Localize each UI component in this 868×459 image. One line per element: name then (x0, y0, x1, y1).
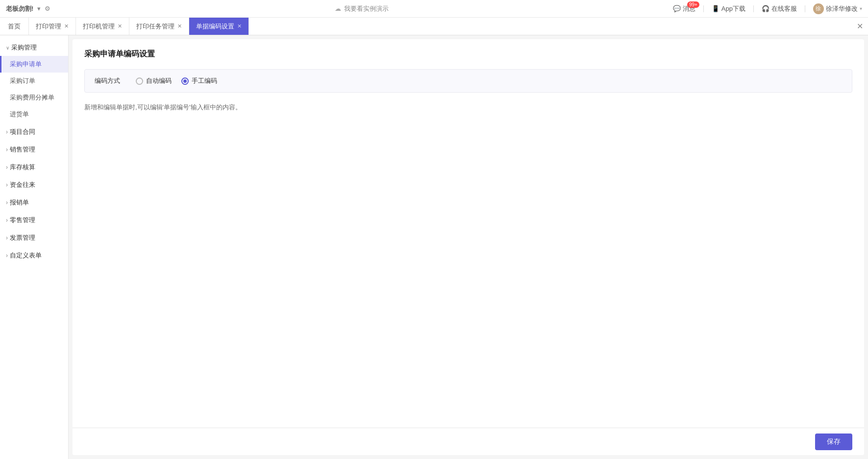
tab-home-label: 首页 (8, 22, 21, 31)
sidebar-group-inventory: › 库存核算 (0, 159, 68, 176)
sidebar-group-purchase: ∨ 采购管理 采购申请单 采购订单 采购费用分摊单 进货单 (0, 39, 68, 123)
settings-icon[interactable]: ⚙ (45, 5, 50, 12)
purchase-arrow-icon: ∨ (6, 45, 9, 51)
user-dropdown-icon: ▾ (860, 6, 862, 11)
tab-barcode-settings[interactable]: 单据编码设置 ✕ (189, 18, 249, 35)
content-area: 采购申请单编码设置 编码方式 自动编码 手工编码 新增和编辑单据时,可以编辑'单… (73, 39, 864, 455)
message-badge: 99+ (687, 1, 699, 8)
project-arrow-icon: › (6, 128, 8, 135)
sidebar-item-purchase-request-label: 采购申请单 (10, 60, 42, 68)
tab-print-task-mgmt-close[interactable]: ✕ (177, 23, 182, 29)
sales-arrow-icon: › (6, 146, 8, 153)
funds-arrow-icon: › (6, 181, 8, 188)
sidebar-group-retail: › 零售管理 (0, 212, 68, 229)
sidebar-group-funds-title[interactable]: › 资金往来 (0, 177, 68, 193)
auto-encode-radio-circle (136, 77, 143, 85)
sidebar: ∨ 采购管理 采购申请单 采购订单 采购费用分摊单 进货单 › 项目合同 (0, 35, 69, 459)
headset-icon: 🎧 (762, 5, 769, 12)
message-button[interactable]: 💬 消息 99+ (673, 4, 695, 13)
cloud-icon: ☁ (335, 5, 341, 12)
online-service-button[interactable]: 🎧 在线客服 (762, 4, 797, 13)
sidebar-group-project: › 项目合同 (0, 124, 68, 140)
main-layout: ∨ 采购管理 采购申请单 采购订单 采购费用分摊单 进货单 › 项目合同 (0, 35, 868, 459)
retail-arrow-icon: › (6, 217, 8, 224)
sidebar-item-goods-receipt-label: 进货单 (10, 110, 29, 118)
top-bar-center: ☁ 我要看实例演示 (335, 4, 389, 13)
sidebar-group-custom-form: › 自定义表单 (0, 247, 68, 264)
sidebar-group-custom-form-title[interactable]: › 自定义表单 (0, 247, 68, 264)
invoice-arrow-icon: › (6, 234, 8, 241)
tab-print-task-mgmt-label: 打印任务管理 (136, 22, 174, 31)
manual-encode-radio-circle (181, 77, 189, 85)
encoding-label: 编码方式 (95, 76, 124, 85)
online-service-label: 在线客服 (771, 4, 797, 13)
app-download-label: App下载 (721, 4, 745, 13)
user-name: 徐泽华修改 (826, 4, 858, 13)
sales-group-label: 销售管理 (10, 145, 35, 154)
sidebar-item-purchase-expense[interactable]: 采购费用分摊单 (0, 89, 68, 106)
project-group-label: 项目合同 (10, 128, 35, 136)
page-title: 采购申请单编码设置 (84, 49, 852, 59)
save-button[interactable]: 保存 (815, 434, 852, 450)
sidebar-group-sales-title[interactable]: › 销售管理 (0, 141, 68, 158)
sidebar-group-sales: › 销售管理 (0, 141, 68, 158)
inventory-group-label: 库存核算 (10, 163, 35, 172)
auto-encode-radio[interactable]: 自动编码 (136, 76, 172, 85)
tab-bar-close[interactable]: ✕ (852, 18, 868, 35)
tab-print-mgmt-close[interactable]: ✕ (64, 23, 69, 29)
radio-group: 自动编码 手工编码 (136, 76, 217, 85)
demo-label[interactable]: 我要看实例演示 (344, 4, 389, 13)
expense-report-arrow-icon: › (6, 199, 8, 206)
app-download-icon: 📱 (712, 5, 719, 12)
top-bar: 老板勿割! ▾ ⚙ ☁ 我要看实例演示 💬 消息 99+ 📱 App下载 🎧 在… (0, 0, 868, 18)
sidebar-item-purchase-order-label: 采购订单 (10, 77, 35, 84)
sidebar-group-invoice-title[interactable]: › 发票管理 (0, 230, 68, 246)
tab-print-mgmt[interactable]: 打印管理 ✕ (29, 18, 76, 35)
custom-form-arrow-icon: › (6, 252, 8, 259)
tab-print-mgmt-label: 打印管理 (36, 22, 61, 31)
app-download-button[interactable]: 📱 App下载 (712, 4, 745, 13)
tab-home[interactable]: 首页 (0, 18, 29, 35)
encoding-section: 编码方式 自动编码 手工编码 (84, 69, 852, 93)
tab-printer-mgmt[interactable]: 打印机管理 ✕ (76, 18, 129, 35)
top-bar-right: 💬 消息 99+ 📱 App下载 🎧 在线客服 徐 徐泽华修改 ▾ (673, 3, 862, 14)
avatar: 徐 (813, 3, 824, 14)
sidebar-group-retail-title[interactable]: › 零售管理 (0, 212, 68, 229)
sidebar-item-purchase-order[interactable]: 采购订单 (0, 73, 68, 89)
sidebar-group-expense-report: › 报销单 (0, 194, 68, 211)
sidebar-group-funds: › 资金往来 (0, 177, 68, 193)
sidebar-group-invoice: › 发票管理 (0, 230, 68, 246)
manual-encode-radio[interactable]: 手工编码 (181, 76, 217, 85)
tab-printer-mgmt-label: 打印机管理 (83, 22, 115, 31)
message-icon: 💬 (673, 5, 681, 12)
auto-encode-label: 自动编码 (146, 76, 172, 85)
tab-barcode-settings-close[interactable]: ✕ (237, 23, 242, 29)
tab-barcode-settings-label: 单据编码设置 (196, 22, 234, 31)
divider3 (805, 5, 805, 12)
logo-text: 老板勿割! (6, 4, 33, 13)
expense-report-group-label: 报销单 (10, 198, 29, 207)
tab-print-task-mgmt[interactable]: 打印任务管理 ✕ (129, 18, 189, 35)
content-footer: 保存 (73, 428, 864, 455)
divider (703, 5, 704, 12)
divider2 (753, 5, 754, 12)
inventory-arrow-icon: › (6, 164, 8, 171)
user-info[interactable]: 徐 徐泽华修改 ▾ (813, 3, 862, 14)
content-main: 采购申请单编码设置 编码方式 自动编码 手工编码 新增和编辑单据时,可以编辑'单… (73, 39, 864, 428)
sidebar-item-purchase-expense-label: 采购费用分摊单 (10, 94, 54, 101)
funds-group-label: 资金往来 (10, 180, 35, 189)
top-bar-left: 老板勿割! ▾ ⚙ (6, 4, 50, 13)
retail-group-label: 零售管理 (10, 216, 35, 225)
sidebar-group-project-title[interactable]: › 项目合同 (0, 124, 68, 140)
sidebar-group-inventory-title[interactable]: › 库存核算 (0, 159, 68, 176)
purchase-group-label: 采购管理 (11, 43, 37, 52)
invoice-group-label: 发票管理 (10, 233, 35, 242)
tab-printer-mgmt-close[interactable]: ✕ (118, 23, 122, 29)
sidebar-item-goods-receipt[interactable]: 进货单 (0, 106, 68, 123)
sidebar-item-purchase-request[interactable]: 采购申请单 (0, 56, 68, 73)
manual-encode-label: 手工编码 (192, 76, 217, 85)
dropdown-icon[interactable]: ▾ (37, 5, 41, 12)
sidebar-group-purchase-title[interactable]: ∨ 采购管理 (0, 39, 68, 56)
sidebar-group-expense-report-title[interactable]: › 报销单 (0, 194, 68, 211)
description-text: 新增和编辑单据时,可以编辑'单据编号'输入框中的内容。 (84, 102, 852, 113)
